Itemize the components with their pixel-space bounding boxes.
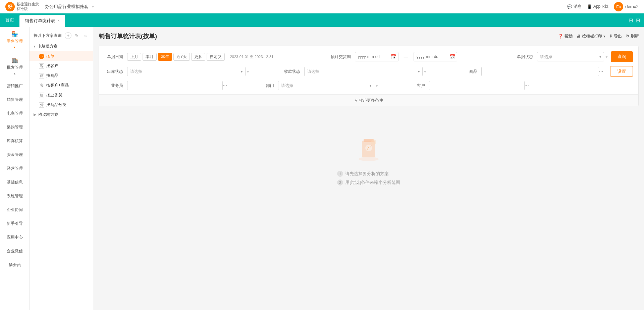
stock-status-wrap: 请选择 [127, 67, 246, 76]
stock-status-select[interactable]: 请选择 [127, 67, 246, 76]
left-panel: 按以下方案查询 + ✎ « ▾ 电脑端方案 ○ 按单 客 按客户 [30, 27, 93, 310]
refresh-icon: ↻ [626, 34, 629, 39]
tab-close-icon[interactable]: × [57, 18, 60, 23]
user-menu[interactable]: Ea demo2 [614, 2, 639, 11]
category-scheme-icon: 分 [39, 102, 44, 108]
sidebar-item-system[interactable]: 系统管理 [0, 189, 29, 203]
filter-row-3: 业务员 ··· 部门 请选择 ▾ [104, 81, 633, 90]
goods-scheme-icon: 商 [39, 73, 44, 79]
goods-more-icon[interactable]: ··· [599, 68, 603, 74]
tab-minimize-icon[interactable]: ⊟ [629, 17, 633, 23]
tree-item-by-goods[interactable]: 商 按商品 [30, 71, 93, 81]
date-btn-this-year[interactable]: 本年 [158, 53, 172, 61]
empty-tips: 1 请先选择要分析的方案 2 用[过滤]条件来缩小分析范围 [337, 171, 400, 188]
add-scheme-button[interactable]: + [65, 32, 71, 39]
payment-status-wrap: 请选择 [304, 67, 423, 76]
tree-item-by-salesperson[interactable]: 柱 按业务员 [30, 90, 93, 100]
tree-item-by-customer[interactable]: 客 按客户 [30, 61, 93, 71]
svg-text:?: ? [367, 146, 369, 151]
breadcrumb-arrow: ▾ [92, 4, 94, 9]
help-button[interactable]: ❓ 帮助 [558, 34, 573, 39]
stock-status-label: 出库状态 [104, 69, 123, 74]
sidebar-item-finance[interactable]: 资金管理 [0, 148, 29, 162]
date-btn-custom[interactable]: 自定义 [207, 53, 225, 61]
content-area: 按以下方案查询 + ✎ « ▾ 电脑端方案 ○ 按单 客 按客户 [30, 27, 644, 310]
salesperson-scheme-icon: 柱 [39, 93, 44, 98]
tree-item-by-order[interactable]: ○ 按单 [30, 51, 93, 61]
tree-collapsed-icon: ▶ [34, 112, 36, 117]
retail-icon: 🏪 [11, 31, 18, 37]
payment-arrow-icon: ▾ [424, 69, 426, 74]
tab-sales-order[interactable]: 销售订单统计表 × [19, 15, 65, 27]
logo-area: 好 畅捷通好生意 标准版 [5, 2, 39, 11]
sidebar-item-guide[interactable]: 新手引导 [0, 217, 29, 230]
calendar-to-icon: 📅 [449, 54, 455, 59]
tab-maximize-icon[interactable]: ⊞ [636, 17, 640, 23]
salesperson-label: 业务员 [104, 83, 123, 89]
date-btn-this-month[interactable]: 本月 [143, 53, 157, 61]
tree-section-mobile[interactable]: ▶ 移动端方案 [30, 110, 93, 119]
date-range-display: 2023-01-01 至 2023-12-31 [230, 54, 274, 59]
payment-status-label: 收款状态 [281, 69, 300, 74]
collapse-more-button[interactable]: ∧ 收起更多条件 [99, 95, 638, 106]
logo-text: 畅捷通好生意 标准版 [17, 2, 39, 11]
expected-date-from-wrap: 📅 [355, 52, 398, 61]
sidebar-item-operation[interactable]: 经营管理 [0, 162, 29, 175]
export-icon: ⬇ [609, 34, 612, 39]
date-filter-label: 单据日期 [104, 54, 123, 60]
sidebar-item-member[interactable]: 畅会员 [0, 258, 29, 272]
cg-scheme-icon: 客 [39, 83, 44, 88]
payment-status-select[interactable]: 请选择 [304, 67, 423, 76]
empty-state: ? 1 请先选择要分析的方案 2 用[过滤]条件来缩小分析范围 [99, 110, 639, 208]
message-button[interactable]: 💬 消息 [567, 4, 582, 9]
export-button[interactable]: ⬇ 导出 [609, 34, 622, 39]
query-button[interactable]: 查询 [611, 51, 633, 62]
expected-date-to-wrap: 📅 [414, 52, 457, 61]
tree-item-by-customer-goods[interactable]: 客 按客户+商品 [30, 81, 93, 90]
sidebar-item-retail[interactable]: 🏪 零售管理 ▲ [0, 27, 29, 53]
collapse-panel-button[interactable]: « [82, 32, 89, 39]
date-btn-more[interactable]: 更多 [191, 53, 205, 61]
dept-arrow-icon: ▾ [376, 83, 378, 88]
refresh-button[interactable]: ↻ 刷新 [626, 34, 639, 39]
sales-order-tab-label: 销售订单统计表 [25, 18, 55, 24]
salesperson-more-icon[interactable]: ··· [223, 83, 227, 89]
sidebar-item-purchase[interactable]: 采购管理 [0, 120, 29, 134]
filter-area: 单据日期 上月 本月 本年 近7天 更多 自定义 2023-01-01 至 20… [99, 46, 639, 106]
settings-button[interactable]: 设置 [610, 66, 633, 77]
logo-icon: 好 [5, 2, 15, 11]
sidebar-item-inventory[interactable]: 库存核算 [0, 134, 29, 148]
customer-input[interactable] [429, 81, 525, 90]
phone-icon: 📱 [587, 4, 592, 9]
tree-expand-icon: ▾ [34, 44, 36, 49]
edit-scheme-button[interactable]: ✎ [73, 32, 80, 39]
goods-input[interactable] [481, 67, 599, 76]
sidebar-item-basic[interactable]: 基础信息 [0, 175, 29, 189]
tab-bar-actions: ⊟ ⊞ [629, 17, 644, 23]
date-btn-7days[interactable]: 近7天 [173, 53, 190, 61]
sidebar-item-wechat[interactable]: 企业微信 [0, 244, 29, 258]
status-select[interactable]: 请选择 待审核 已审核 已关闭 [537, 52, 604, 61]
message-icon: 💬 [567, 4, 572, 9]
status-label: 单据状态 [514, 54, 533, 60]
empty-tip-1: 1 请先选择要分析的方案 [337, 171, 400, 177]
dept-select[interactable]: 请选择 [278, 81, 374, 90]
sidebar-item-marketing[interactable]: 营销推广 [0, 79, 29, 93]
user-name: demo2 [625, 4, 639, 9]
filter-row-2: 出库状态 请选择 ▾ 收款状态 [104, 66, 633, 77]
sidebar-item-sales[interactable]: 销售管理 [0, 93, 29, 107]
sidebar-item-appcenter[interactable]: 应用中心 [0, 230, 29, 244]
salesperson-input[interactable] [127, 81, 223, 90]
template-print-button[interactable]: 🖨 按模板打印 ▾ [577, 34, 605, 39]
app-download-button[interactable]: 📱 App下载 [587, 4, 608, 9]
main-content: 销售订单统计表(按单) ❓ 帮助 🖨 按模板打印 ▾ ⬇ 导出 [93, 27, 644, 310]
tree-item-by-goods-category[interactable]: 分 按商品分类 [30, 100, 93, 110]
tree-section-pc[interactable]: ▾ 电脑端方案 [30, 42, 93, 51]
wholesale-icon: 🏬 [11, 57, 18, 63]
date-btn-last-month[interactable]: 上月 [127, 53, 141, 61]
tab-home[interactable]: 首页 [0, 13, 19, 27]
sidebar-item-collab[interactable]: 企业协同 [0, 203, 29, 217]
sidebar-item-ecommerce[interactable]: 电商管理 [0, 107, 29, 120]
sidebar-item-wholesale[interactable]: 🏬 批发管理 ▲ [0, 53, 29, 79]
customer-more-icon[interactable]: ··· [525, 83, 529, 89]
